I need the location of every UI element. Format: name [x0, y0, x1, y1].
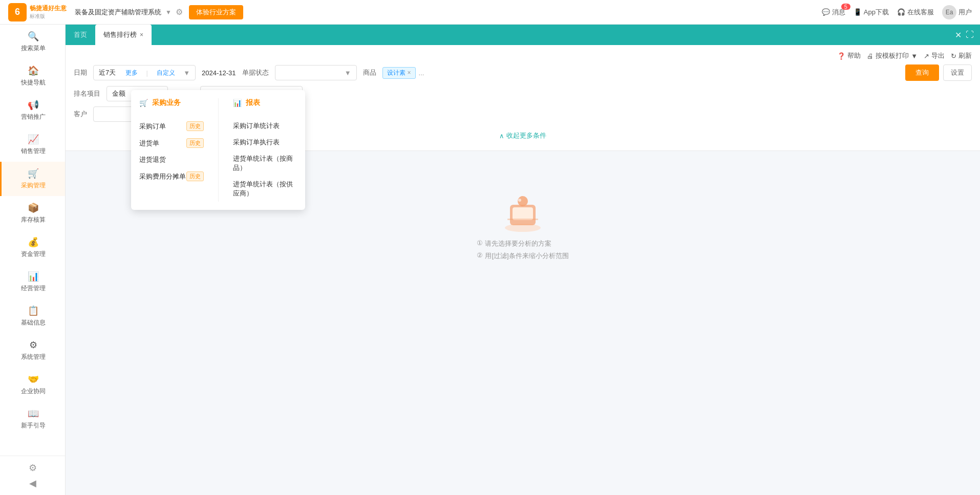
sidebar-item-quick-nav[interactable]: 🏠 快捷导航 [0, 59, 65, 93]
app-download-btn[interactable]: 📱 App下载 [854, 8, 889, 17]
purchase-col-title: 🛒 采购业务 [139, 98, 204, 112]
dropdown-item-report-1[interactable]: 采购订单统计表 [233, 118, 297, 134]
settings-icon[interactable]: ⚙ [176, 7, 183, 17]
goods-filter: 设计素 × ... [382, 67, 424, 79]
purchase-col-icon: 🛒 [139, 99, 148, 107]
tab-close-all-btn[interactable]: ✕ [955, 30, 962, 40]
sidebar-bottom: ⚙ ◀ [0, 456, 65, 495]
help-btn[interactable]: ❓ 帮助 [837, 51, 861, 60]
empty-hint-1: 请先选择要分析的方案 [477, 239, 568, 248]
print-btn[interactable]: 🖨 按模板打印 ▼ [867, 51, 918, 60]
help-icon: ❓ [837, 52, 845, 60]
system-dropdown-arrow[interactable]: ▼ [165, 9, 172, 16]
sidebar-item-inventory[interactable]: 📦 库存核算 [0, 196, 65, 230]
dropdown-item-report-4[interactable]: 进货单统计表（按供应商） [233, 176, 297, 202]
date-label: 日期 [74, 68, 87, 77]
dropdown-columns: 🛒 采购业务 采购订单 历史 进货单 历史 [139, 98, 297, 202]
base-info-icon: 📋 [28, 305, 39, 316]
sidebar-item-base-info[interactable]: 📋 基础信息 [0, 299, 65, 333]
sidebar-item-enterprise[interactable]: 🤝 企业协同 [0, 368, 65, 402]
goods-more-btn[interactable]: ... [419, 69, 424, 77]
svg-rect-2 [513, 207, 533, 220]
empty-text-list: 请先选择要分析的方案 用[过滤]条件来缩小分析范围 [477, 239, 568, 264]
refresh-icon: ↻ [951, 52, 956, 60]
dropdown-item-purchase-order[interactable]: 采购订单 历史 [139, 118, 204, 135]
avatar: Ea [942, 5, 956, 19]
refresh-btn[interactable]: ↻ 刷新 [951, 51, 972, 60]
app-container: 6 畅捷通好生意 标准版 装备及固定资产辅助管理系统 ▼ ⚙ 体验行业方案 💬 … [0, 0, 980, 495]
system-icon: ⚙ [29, 339, 37, 351]
top-bar: 6 畅捷通好生意 标准版 装备及固定资产辅助管理系统 ▼ ⚙ 体验行业方案 💬 … [0, 0, 980, 25]
content-area: 首页 销售排行榜 × ✕ ⛶ ❓ [66, 25, 980, 495]
print-arrow: ▼ [911, 52, 918, 60]
user-btn[interactable]: Ea 用户 [942, 5, 972, 19]
goods-tag: 设计素 × [382, 67, 416, 79]
logo-icon: 6 [8, 3, 27, 21]
purchase-icon: 🛒 [28, 168, 39, 179]
operations-icon: 📊 [28, 271, 39, 282]
message-icon: 💬 [822, 8, 830, 16]
dropdown-item-goods-receipt[interactable]: 进货单 历史 [139, 135, 204, 152]
tab-actions: ✕ ⛶ [955, 30, 980, 40]
toolbar-row: ❓ 帮助 🖨 按模板打印 ▼ ↗ 导出 ↻ [74, 51, 972, 60]
set-button[interactable]: 设置 [943, 64, 972, 81]
sidebar-settings-btn[interactable]: ⚙ [29, 462, 37, 474]
tab-expand-btn[interactable]: ⛶ [966, 30, 974, 39]
sidebar: 🔍 搜索菜单 🏠 快捷导航 📢 营销推广 📈 销售管理 🛒 采购管理 📦 [0, 25, 66, 495]
print-icon: 🖨 [867, 52, 874, 60]
home-icon: 🏠 [28, 65, 39, 76]
sidebar-item-system[interactable]: ⚙ 系统管理 [0, 333, 65, 368]
sidebar-collapse-btn[interactable]: ◀ [29, 478, 36, 489]
purchase-dropdown-menu: 🛒 采购业务 采购订单 历史 进货单 历史 [131, 90, 305, 210]
sidebar-item-marketing[interactable]: 📢 营销推广 [0, 93, 65, 127]
sidebar-item-finance[interactable]: 💰 资金管理 [0, 230, 65, 265]
goods-tag-remove[interactable]: × [408, 69, 411, 76]
marketing-icon: 📢 [28, 99, 39, 111]
history-tag-1: 历史 [186, 138, 204, 148]
tab-sales-rank[interactable]: 销售排行榜 × [95, 25, 152, 45]
report-col: 📊 报表 采购订单统计表 采购订单执行表 进货单统计表（按商品） [233, 98, 297, 202]
tab-bar: 首页 销售排行榜 × ✕ ⛶ [66, 25, 980, 45]
query-button[interactable]: 查询 [905, 64, 939, 81]
export-btn[interactable]: ↗ 导出 [924, 51, 945, 60]
order-status-label: 单据状态 [242, 68, 269, 77]
dropdown-item-purchase-fee[interactable]: 采购费用分摊单 历史 [139, 168, 204, 185]
topbar-right: 💬 消息 5 📱 App下载 🎧 在线客服 Ea 用户 [822, 5, 972, 19]
industry-button[interactable]: 体验行业方案 [189, 5, 243, 19]
sidebar-item-operations[interactable]: 📊 经营管理 [0, 265, 65, 299]
main-content: ❓ 帮助 🖨 按模板打印 ▼ ↗ 导出 ↻ [66, 45, 980, 495]
dropdown-item-report-2[interactable]: 采购订单执行表 [233, 134, 297, 150]
collapse-arrow-icon: ∧ [499, 132, 504, 140]
dropdown-item-report-3[interactable]: 进货单统计表（按商品） [233, 150, 297, 176]
logo: 6 畅捷通好生意 标准版 [8, 3, 67, 21]
report-col-title: 📊 报表 [233, 98, 297, 112]
online-service-btn[interactable]: 🎧 在线客服 [897, 8, 934, 17]
dropdown-divider [218, 98, 219, 202]
report-col-icon: 📊 [233, 99, 242, 107]
sidebar-item-purchase[interactable]: 🛒 采购管理 [0, 162, 65, 196]
phone-icon: 📱 [854, 8, 862, 16]
sidebar-item-search[interactable]: 🔍 搜索菜单 [0, 25, 65, 59]
tab-close-btn[interactable]: × [140, 31, 143, 38]
logo-text: 畅捷通好生意 标准版 [30, 5, 67, 19]
sidebar-item-guide[interactable]: 📖 新手引导 [0, 402, 65, 436]
filter-row-1: 日期 近7天 更多 | 自定义 ▼ 2024-12-31 单据状态 ▼ [74, 64, 972, 81]
system-name: 装备及固定资产辅助管理系统 [75, 8, 161, 17]
tab-home[interactable]: 首页 [66, 25, 95, 45]
dropdown-item-goods-return[interactable]: 进货退货 [139, 152, 204, 168]
rank-label: 排名项目 [74, 89, 100, 98]
finance-icon: 💰 [28, 236, 39, 248]
svg-point-4 [518, 199, 521, 202]
guide-icon: 📖 [28, 408, 39, 419]
customer-label: 客户 [74, 110, 87, 119]
enterprise-icon: 🤝 [28, 374, 39, 385]
sidebar-item-sales[interactable]: 📈 销售管理 [0, 127, 65, 162]
history-tag-3: 历史 [186, 171, 204, 181]
empty-illustration [497, 192, 548, 233]
system-info: 装备及固定资产辅助管理系统 ▼ ⚙ 体验行业方案 [75, 5, 822, 19]
order-status-select[interactable]: ▼ [275, 65, 357, 80]
date-picker[interactable]: 近7天 更多 | 自定义 ▼ [93, 65, 196, 80]
goods-label: 商品 [363, 68, 376, 77]
history-tag-0: 历史 [186, 121, 204, 131]
message-btn[interactable]: 💬 消息 5 [822, 8, 845, 17]
